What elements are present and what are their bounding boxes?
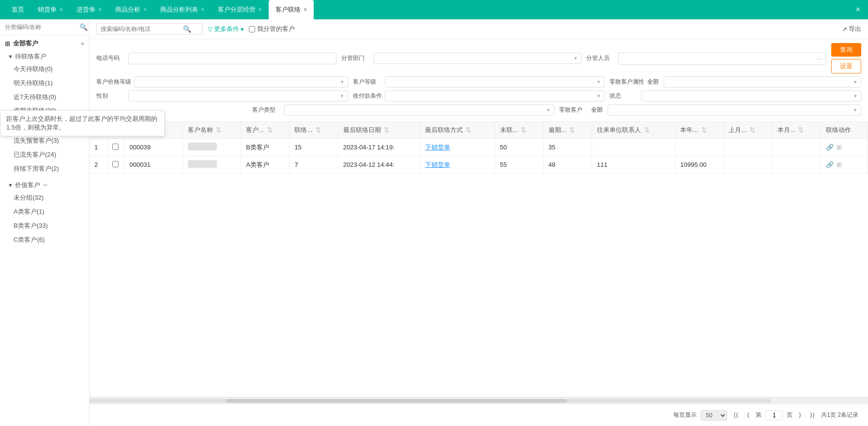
nav-customer-contact[interactable]: 客户联络 × [269,0,314,19]
sort-icon[interactable]: ⇅ [644,126,650,133]
sort-icon[interactable]: ⇅ [384,126,389,133]
sidebar-item-class-c[interactable]: C类客户(6) [0,233,89,247]
my-customers-checkbox[interactable] [249,26,255,32]
action-link-icon[interactable]: 🔗 [826,161,834,168]
retail-attr-select[interactable]: ▾ [664,76,861,88]
prev-page-button[interactable]: ⟨ [745,411,752,420]
phone-input[interactable] [128,53,336,64]
sort-icon[interactable]: ⇅ [267,126,273,133]
col-unit-contact: 往来单位联系人 ⇅ [592,122,675,139]
action-grid-icon[interactable]: ⊞ [837,161,842,168]
customer-level-select[interactable]: ▾ [385,76,605,88]
filter-row-3: 性别 ▾ 收付款条件 ▾ 状态 [96,90,861,102]
nav-home[interactable]: 首页 [5,0,31,19]
nav-sales-order[interactable]: 销货单 × [31,0,70,19]
nav-purchase-order[interactable]: 进货单 × [70,0,108,19]
page-suffix-label: 页 [787,411,792,419]
sidebar-value-group[interactable]: ▼ 价值客户 ✏ [0,178,89,191]
branch-person-label: 分管人员 [586,54,615,62]
nav-product-analysis-list[interactable]: 商品分析列表 × [153,0,211,19]
chevron-down-icon: ▾ [341,93,344,99]
next-page-button[interactable]: ⟩ [796,411,804,420]
row-index: 1 [90,139,107,156]
search-icon[interactable]: 🔍 [183,25,191,33]
sort-icon[interactable]: ⇅ [316,126,321,133]
sidebar-item-declining[interactable]: 持续下滑客户(2) [0,162,89,176]
filter-retail-attr: 零散客户属性 全部 ▾ [609,76,861,88]
close-icon[interactable]: × [259,6,262,13]
sort-icon[interactable]: ⇅ [216,126,221,133]
retail-customer-select[interactable]: ▾ [608,104,861,116]
row-select-checkbox[interactable] [112,144,119,150]
arrow-down-icon: ▼ [8,182,13,188]
sidebar-item-tomorrow-pending[interactable]: 明天待联络(1) [0,76,89,90]
sidebar-item-ungrouped[interactable]: 未分组(32) [0,191,89,205]
category-search-input[interactable] [5,24,77,30]
row-code: 000039 [124,139,183,156]
close-icon[interactable]: × [201,6,204,13]
search-icon[interactable]: 🔍 [79,23,88,31]
horizontal-scrollbar[interactable] [90,397,868,404]
col-customer-type: 客户... ⇅ [241,122,289,139]
branch-person-select[interactable]: ··· [618,52,826,65]
last-page-button[interactable]: ⟩⟩ [807,411,817,420]
sort-icon[interactable]: ⇅ [521,126,526,133]
sidebar-pending-group[interactable]: ▼ 待联络客户 [0,50,89,62]
sidebar-item-class-b[interactable]: B类客户(33) [0,219,89,233]
contact-way-link[interactable]: 下销货单 [425,144,450,151]
row-unit-contact: 111 [592,156,675,174]
customer-type-select[interactable]: ▾ [284,104,554,116]
content-area: 🔍 ▽ 更多条件 ▾ 我分管的客户 ↗ 导出 电话号码 [90,19,868,426]
contact-way-link[interactable]: 下销货单 [425,161,450,168]
query-button[interactable]: 查询 [831,43,861,57]
chevron-down-icon: ▾ [547,107,550,113]
sort-icon[interactable]: ⇅ [798,126,804,133]
sort-icon[interactable]: ⇅ [701,126,707,133]
nav-customer-tier[interactable]: 客户分层经营 × [211,0,269,19]
payment-select[interactable]: ▾ [385,90,605,102]
search-input[interactable] [101,26,183,32]
price-level-select[interactable]: ▾ [134,76,348,88]
col-last-contact-way: 最后联络方式 ⇅ [420,122,495,139]
sidebar-item-lost[interactable]: 已流失客户(24) [0,148,89,162]
sort-icon[interactable]: ⇅ [569,126,575,133]
sort-icon[interactable]: ⇅ [466,126,471,133]
close-icon[interactable]: × [60,6,63,13]
page-number-input[interactable] [765,411,783,420]
edit-icon[interactable]: ✏ [43,182,48,189]
close-icon[interactable]: × [143,6,147,13]
row-select-checkbox[interactable] [112,161,119,167]
close-icon[interactable]: × [304,6,307,13]
filter-customer-type: 客户类型 ▾ [252,104,554,116]
settings-button[interactable]: 设置 [831,59,861,73]
close-icon[interactable]: × [98,6,102,13]
row-last-contact-way: 下销货单 [420,156,495,174]
action-grid-icon[interactable]: ⊞ [837,144,842,151]
collapse-sidebar-button[interactable]: « [81,40,84,47]
nav-product-analysis[interactable]: 商品分析 × [108,0,153,19]
row-contact-count: 15 [289,139,338,156]
status-select[interactable]: ▾ [641,90,861,102]
chevron-down-icon: ▾ [241,26,244,33]
export-button[interactable]: ↗ 导出 [842,25,861,33]
chevron-down-icon: ▾ [597,79,600,85]
more-conditions-button[interactable]: ▽ 更多条件 ▾ [208,25,244,33]
sort-icon[interactable]: ⇅ [750,126,755,133]
action-link-icon[interactable]: 🔗 [826,144,834,151]
grid-icon: ⊞ [5,40,10,47]
close-all-tabs-button[interactable]: × [856,5,860,14]
filter-price-level: 客户价格等级 ▾ [96,76,348,88]
customer-table: ⚙ 客户编码 ⇅ 客户名称 ⇅ [90,122,868,174]
sidebar-item-7days-pending[interactable]: 近7天待联络(0) [0,90,89,104]
branch-dept-select[interactable]: ▾ [373,53,581,64]
retail-customer-label: 零散客户 [559,106,588,114]
page-size-select[interactable]: 50 20 100 [700,410,727,421]
row-last-month [724,156,772,174]
filter-branch-person: 分管人员 ··· [586,52,826,65]
sidebar-item-class-a[interactable]: A类客户(1) [0,205,89,219]
scrollbar-thumb[interactable] [226,399,567,403]
filter-panel: 电话号码 分管部门 ▾ 分管人员 ··· [90,39,868,122]
sidebar-item-today-pending[interactable]: 今天待联络(0) [0,62,89,76]
first-page-button[interactable]: ⟨⟨ [731,411,741,420]
gender-select[interactable]: ▾ [128,90,348,102]
